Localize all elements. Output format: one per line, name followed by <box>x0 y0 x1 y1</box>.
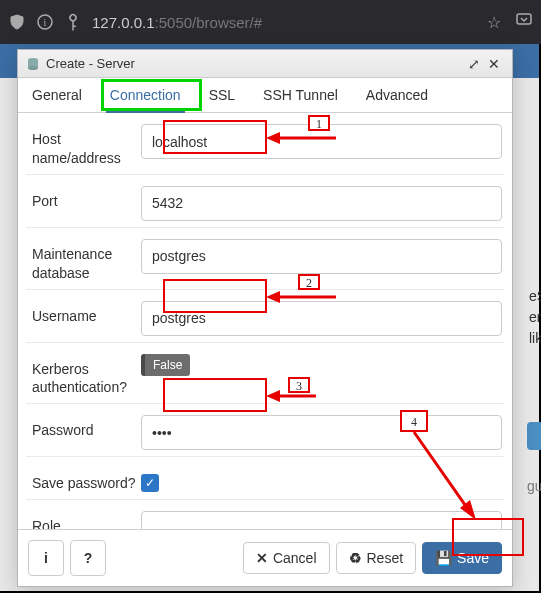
svg-rect-5 <box>517 14 531 24</box>
bg-partial-text: eSQ er a like <box>529 286 541 349</box>
save-label: Save <box>457 550 489 566</box>
password-input[interactable] <box>141 415 502 450</box>
host-input[interactable] <box>141 124 502 159</box>
maximize-icon[interactable]: ⤢ <box>464 56 484 72</box>
form-body: Host name/address Port Maintenance datab… <box>18 113 512 529</box>
reset-button[interactable]: ♻Reset <box>336 542 417 574</box>
info-icon[interactable]: i <box>36 13 54 31</box>
modal-footer: i ? ✕Cancel ♻Reset 💾Save <box>18 529 512 586</box>
reset-label: Reset <box>367 550 404 566</box>
role-label: Role <box>26 511 141 529</box>
bookmark-star-icon[interactable]: ☆ <box>487 13 501 32</box>
key-icon[interactable] <box>60 9 85 34</box>
bg-text-line: like <box>529 328 541 349</box>
shield-icon[interactable] <box>8 13 26 31</box>
modal-tabs: General Connection SSL SSH Tunnel Advanc… <box>18 78 512 113</box>
url-host: 127.0.0.1 <box>92 14 155 31</box>
bg-partial-text2: gure <box>527 478 541 494</box>
bg-slider-knob <box>527 422 541 450</box>
bg-text-line: er a <box>529 307 541 328</box>
cancel-label: Cancel <box>273 550 317 566</box>
bg-text-line: eSQ <box>529 286 541 307</box>
tab-ssl[interactable]: SSL <box>195 78 249 112</box>
tab-connection[interactable]: Connection <box>96 78 195 112</box>
host-label: Host name/address <box>26 124 141 168</box>
kerberos-label: Kerberos authentication? <box>26 354 141 398</box>
save-button[interactable]: 💾Save <box>422 542 502 574</box>
username-input[interactable] <box>141 301 502 336</box>
create-server-modal: Create - Server ⤢ ✕ General Connection S… <box>17 49 513 587</box>
help-button[interactable]: ? <box>70 540 106 576</box>
savepw-label: Save password? <box>26 468 141 493</box>
svg-point-8 <box>28 66 38 70</box>
tab-general[interactable]: General <box>18 78 96 112</box>
save-icon: 💾 <box>435 550 452 566</box>
username-label: Username <box>26 301 141 336</box>
svg-text:i: i <box>44 17 47 28</box>
tab-ssh-tunnel[interactable]: SSH Tunnel <box>249 78 352 112</box>
kerberos-toggle[interactable]: False <box>141 354 190 376</box>
url-path: :5050/browser/# <box>155 14 263 31</box>
close-icon[interactable]: ✕ <box>484 56 504 72</box>
password-label: Password <box>26 415 141 450</box>
cancel-icon: ✕ <box>256 550 268 566</box>
page-background: eSQ er a like gure Create - Server ⤢ ✕ G… <box>0 44 539 591</box>
url-bar[interactable]: 127.0.0.1:5050/browser/# <box>92 14 477 31</box>
maintdb-input[interactable] <box>141 239 502 274</box>
role-input[interactable] <box>141 511 502 529</box>
savepw-checkbox[interactable]: ✓ <box>141 474 159 492</box>
info-button[interactable]: i <box>28 540 64 576</box>
maintdb-label: Maintenance database <box>26 239 141 283</box>
modal-titlebar: Create - Server ⤢ ✕ <box>18 50 512 78</box>
browser-toolbar: i 127.0.0.1:5050/browser/# ☆ <box>0 0 541 44</box>
server-icon <box>26 57 40 71</box>
tab-advanced[interactable]: Advanced <box>352 78 442 112</box>
reset-icon: ♻ <box>349 550 362 566</box>
pocket-icon[interactable] <box>515 11 533 33</box>
modal-title: Create - Server <box>46 56 464 71</box>
port-input[interactable] <box>141 186 502 221</box>
cancel-button[interactable]: ✕Cancel <box>243 542 330 574</box>
port-label: Port <box>26 186 141 221</box>
